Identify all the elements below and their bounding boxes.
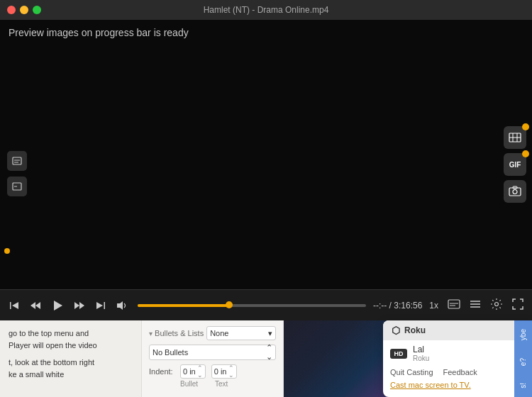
svg-rect-0 [13,157,21,164]
partial-text-1: ybe [519,329,527,340]
subtitles-button[interactable] [7,151,27,171]
gif-button[interactable]: GIF [504,153,526,176]
partial-text-3: s! [519,383,527,388]
svg-marker-12 [10,302,11,309]
svg-rect-22 [448,300,460,308]
svg-marker-20 [104,302,106,309]
settings-ctrl-button[interactable] [488,296,505,314]
menu-ctrl-button[interactable] [467,296,484,314]
thumbnail-button[interactable] [504,126,526,149]
traffic-lights [7,6,41,14]
indent-text-field[interactable]: 0 in ⌃⌄ [211,364,237,379]
svg-marker-13 [12,302,18,309]
time-display: --:-- / 3:16:56 [373,301,422,311]
svg-marker-14 [31,302,35,309]
bullets-dropdown[interactable]: None ▾ [206,326,276,340]
text-line-5: ke a small white [9,369,133,381]
indent-row: Indent: 0 in ⌃⌄ 0 in ⌃⌄ [149,364,276,379]
partial-right-panel: ybe e? s! [514,320,532,397]
volume-button[interactable] [113,298,131,313]
roku-user-info: Lal Roku [413,345,511,362]
roku-actions: Quit Casting Feedback [390,367,525,379]
gif-label: GIF [509,161,521,169]
close-button[interactable] [7,6,16,14]
thumbnail-badge [522,123,529,130]
right-side-buttons: GIF [504,126,526,203]
progress-thumb [226,301,233,308]
preview-status-text: Preview images on progress bar is ready [0,20,532,45]
indent-sub-labels: Bullet Text [180,380,276,388]
caption-button[interactable] [7,177,27,196]
skip-end-button[interactable] [92,298,109,313]
hd-badge: HD [390,349,407,359]
roku-user-row: HD Lal Roku ▷ [390,345,525,362]
svg-marker-16 [54,301,62,311]
svg-point-28 [495,303,499,306]
skip-start-button[interactable] [6,298,23,313]
title-bar: Hamlet (NT) - Drama Online.mp4 [0,0,532,20]
video-thumb-image [284,320,394,397]
svg-rect-9 [509,188,521,196]
fast-forward-button[interactable] [71,298,88,313]
progress-fill [138,304,229,307]
play-button[interactable] [48,298,67,313]
indent-label: Indent: [149,367,177,376]
svg-marker-19 [96,302,103,309]
window-title: Hamlet (NT) - Drama Online.mp4 [204,5,329,15]
text-line-2: Player will open the video [9,340,133,352]
camera-button[interactable] [504,180,526,203]
roku-header: ⬡ Roku [383,320,532,340]
svg-marker-17 [74,302,79,309]
partial-text-2: e? [519,358,527,366]
gif-badge [522,150,529,157]
bullets-row: ▾ Bullets & Lists None ▾ [149,326,276,340]
roku-popup: ⬡ Roku HD Lal Roku ▷ Quit Casting Feedba… [383,320,532,397]
quit-casting-button[interactable]: Quit Casting [390,368,433,376]
text-line-4: t, look at the bottom right [9,357,133,369]
svg-point-10 [513,190,517,194]
fullscreen-button[interactable] [509,296,526,314]
speed-button[interactable]: 1x [426,299,441,312]
progress-indicator [4,248,10,254]
cast-icon: ⬡ [392,325,400,336]
bullets-label: ▾ Bullets & Lists [149,329,204,337]
controls-bar: --:-- / 3:16:56 1x [0,289,532,320]
svg-marker-15 [35,302,40,309]
svg-marker-18 [79,302,84,309]
text-line-1: go to the top menu and [9,328,133,340]
minimize-button[interactable] [20,6,28,14]
subtitles-ctrl-button[interactable] [445,296,462,314]
feedback-button[interactable]: Feedback [443,368,477,376]
left-side-buttons [7,151,27,196]
text-panel: go to the top menu and Player will open … [0,320,142,397]
roku-title: Roku [404,325,426,335]
indent-bullet-field[interactable]: 0 in ⌃⌄ [180,364,206,379]
roku-content: HD Lal Roku ▷ Quit Casting Feedback Cast… [383,340,532,393]
rewind-button[interactable] [27,298,44,313]
cast-screen-link[interactable]: Cast mac screen to TV. [390,381,525,389]
progress-bar[interactable] [138,304,366,307]
video-thumbnail-strip [284,320,394,397]
maximize-button[interactable] [33,6,41,14]
roku-user-sub: Roku [413,354,511,362]
svg-marker-21 [117,301,123,310]
roku-user-name: Lal [413,345,511,354]
video-area: Preview images on progress bar is ready [0,20,532,289]
formatting-panel: ▾ Bullets & Lists None ▾ No Bullets ⌃⌄ I… [142,320,284,397]
bottom-area: go to the top menu and Player will open … [0,320,532,397]
no-bullets-dropdown[interactable]: No Bullets ⌃⌄ [149,345,276,360]
